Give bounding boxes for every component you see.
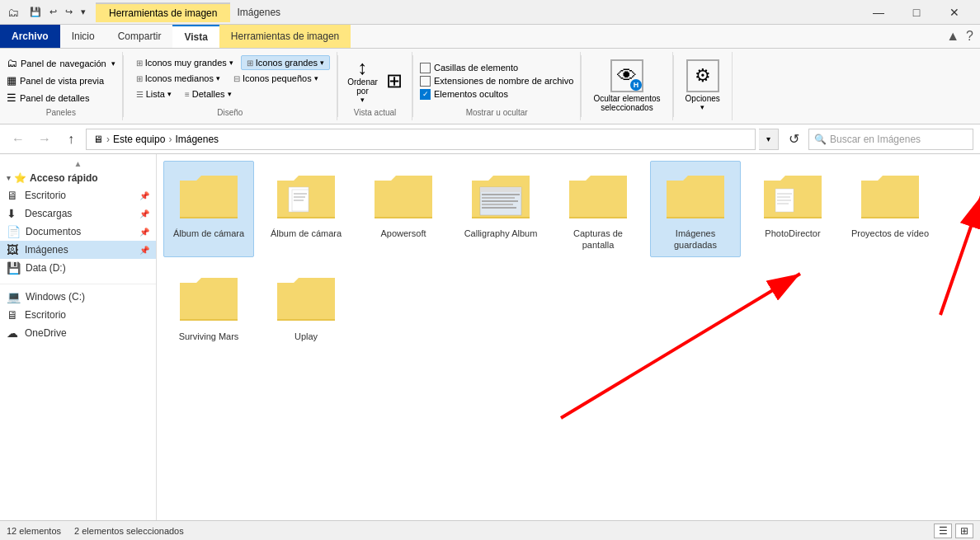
path-computer[interactable]: Este equipo [113,134,165,145]
folder-icon-imagenes-guardadas [662,167,728,224]
tab-vista[interactable]: Vista [172,25,219,48]
view-detalles[interactable]: ≡ Detalles ▾ [179,87,238,101]
folder-surviving-mars[interactable]: Surviving Mars [163,264,254,348]
cb-ocultos-box[interactable]: ✓ [420,89,431,100]
cb-casillas-box[interactable] [420,63,431,73]
close-button[interactable]: ✕ [935,0,973,25]
qat-dropdown[interactable]: ▾ [78,5,89,19]
folder-uplay[interactable]: Uplay [261,264,351,348]
cb-ocultos-label: Elementos ocultos [434,89,508,99]
qat-save[interactable]: 💾 [26,5,45,19]
svg-rect-9 [482,200,518,202]
acceso-rapido-label: Acceso rápido [30,172,98,184]
panel-vista-btn[interactable]: ▦ Panel de vista previa [7,73,104,88]
panel-detalles-btn[interactable]: ☰ Panel de detalles [7,90,89,106]
qat-redo[interactable]: ↪ [62,5,76,19]
folder-svg-capturas [566,169,630,223]
tab-compartir[interactable]: Compartir [106,25,173,48]
imagenes-label: Imágenes [25,244,68,256]
folder-icon-apowersoft [370,167,436,224]
window-title: Imágenes [237,7,280,18]
cb-casillas[interactable]: Casillas de elemento [420,63,518,73]
search-box[interactable]: 🔍 Buscar en Imágenes [808,129,973,150]
folder-apowersoft[interactable]: Apowersoft [358,161,449,257]
folder-label-uplay: Uplay [294,331,318,342]
tab-archivo[interactable]: Archivo [0,25,60,48]
refresh-button[interactable]: ↺ [782,128,805,151]
quick-access-toolbar: 💾 ↩ ↪ ▾ [26,5,89,19]
cb-extensiones-box[interactable] [420,76,431,87]
address-path[interactable]: 🖥 › Este equipo › Imágenes [86,129,756,150]
cb-extensiones-label: Extensiones de nombre de archivo [434,76,573,86]
tab-herramientas[interactable]: Herramientas de imagen [219,25,351,48]
folder-svg-uplay [274,271,338,325]
acceso-rapido-icon: ⭐ [14,172,26,184]
svg-rect-6 [480,187,521,192]
view-iconos-pequenos[interactable]: ⊟ Iconos pequeños ▾ [228,71,324,86]
view-iconos-medianos[interactable]: ⊞ Iconos medianos ▾ [130,71,226,86]
agrupar-btn[interactable]: ⊞ [384,68,405,93]
svg-rect-11 [482,207,516,209]
sidebar-item-documentos[interactable]: 📄 Documentos 📌 [0,223,156,241]
forward-button[interactable]: → [33,128,56,151]
back-button[interactable]: ← [7,128,30,151]
onedrive-label: OneDrive [25,327,67,339]
cb-ocultos[interactable]: ✓ Elementos ocultos [420,89,508,100]
cb-extensiones[interactable]: Extensiones de nombre de archivo [420,76,573,87]
sidebar-item-onedrive[interactable]: ☁ OneDrive [0,324,156,342]
address-dropdown[interactable]: ▾ [759,129,779,150]
ocultar-seleccionados-btn[interactable]: 👁 H Ocultar elementosseleccionados [588,56,665,115]
status-right: ☰ ⊞ [934,524,973,538]
maximize-button[interactable]: □ [898,0,935,25]
ribbon: Archivo Inicio Compartir Vista Herramien… [0,25,980,124]
folder-icon-uplay [273,270,339,327]
folder-icon-photodirector [760,167,826,224]
content-grid: Álbum de cámara [163,161,973,348]
folder-album-camara-1[interactable]: Álbum de cámara [163,161,254,257]
sidebar: ▲ ▾ ⭐ Acceso rápido 🖥 Escritorio 📌 ⬇ Des… [0,154,157,520]
ribbon-collapse[interactable]: ▲ [946,29,959,44]
group-label-mostrar: Mostrar u ocultar [466,108,528,117]
folder-capturas[interactable]: Capturas de pantalla [553,161,643,257]
folder-label-calligraphy: Calligraphy Album [464,228,538,239]
cb-casillas-label: Casillas de elemento [434,63,518,73]
view-iconos-muy-grandes[interactable]: ⊞ Iconos muy grandes ▾ [130,55,239,70]
panel-navegacion-btn[interactable]: 🗂 Panel de navegación ▾ [7,55,115,71]
sidebar-item-imagenes[interactable]: 🖼 Imágenes 📌 [0,241,156,259]
folder-calligraphy[interactable]: Calligraphy Album [455,161,546,257]
ribbon-group-opciones: ⚙ Opciones ▾ [674,52,733,120]
ribbon-tabs: Archivo Inicio Compartir Vista Herramien… [0,25,980,49]
folder-icon-album-camara-2 [273,167,339,224]
help-icon[interactable]: ? [966,29,973,44]
view-toggle-large[interactable]: ⊞ [955,524,973,538]
sidebar-item-descargas[interactable]: ⬇ Descargas 📌 [0,204,156,223]
folder-svg-guardadas [663,169,728,223]
folder-photodirector[interactable]: PhotoDirector [747,161,838,257]
opciones-btn[interactable]: ⚙ Opciones ▾ [681,56,725,115]
ordenar-btn[interactable]: ↕ Ordenarpor ▾ [345,55,380,106]
sidebar-item-escritorio[interactable]: 🖥 Escritorio 📌 [0,186,156,204]
item-count: 12 elementos [7,526,61,536]
folder-label-album-camara-2: Álbum de cámara [271,228,342,239]
sidebar-item-windows-c[interactable]: 💻 Windows (C:) [0,288,156,306]
folder-album-camara-2[interactable]: Álbum de cámara [261,161,351,257]
sidebar-header-acceso-rapido[interactable]: ▾ ⭐ Acceso rápido [0,170,156,186]
folder-svg-surviving [177,271,241,325]
path-images[interactable]: Imágenes [175,134,219,145]
view-lista[interactable]: ☰ Lista ▾ [130,87,177,101]
sidebar-item-escritorio2[interactable]: 🖥 Escritorio [0,306,156,324]
view-iconos-grandes[interactable]: ⊞ Iconos grandes ▾ [241,55,330,70]
ribbon-tab-administrar[interactable]: Herramientas de imagen [96,2,230,22]
folder-imagenes-guardadas[interactable]: Imágenes guardadas [650,161,741,257]
qat-undo[interactable]: ↩ [46,5,60,19]
sidebar-item-data[interactable]: 💾 Data (D:) [0,259,156,277]
folder-proyectos-video[interactable]: Proyectos de vídeo [845,161,935,257]
up-button[interactable]: ↑ [59,128,82,151]
documentos-label: Documentos [26,226,81,237]
view-toggle-details[interactable]: ☰ [934,524,952,538]
minimize-button[interactable]: — [860,0,898,25]
folder-svg-photodirector [761,169,825,223]
tab-inicio[interactable]: Inicio [60,25,106,48]
selected-count: 2 elementos seleccionados [74,526,184,536]
sidebar-scroll-up[interactable]: ▲ [0,157,156,170]
